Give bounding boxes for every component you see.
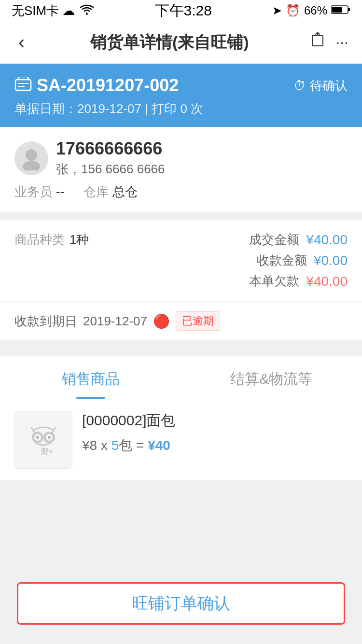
battery-icon bbox=[331, 4, 350, 17]
tabs-section: 销售商品 结算&物流等 bbox=[0, 356, 362, 399]
amount-value-2: ¥40.00 bbox=[306, 274, 348, 289]
tab-settlement[interactable]: 结算&物流等 bbox=[181, 356, 362, 399]
more-icon[interactable]: ··· bbox=[335, 33, 348, 51]
battery-level: 66% bbox=[304, 4, 327, 17]
product-unit: 包 bbox=[119, 438, 132, 453]
customer-meta: 业务员 -- 仓库 总仓 bbox=[14, 183, 348, 200]
status-left: 无SIM卡 ☁ bbox=[12, 2, 94, 19]
svg-rect-2 bbox=[332, 7, 342, 13]
summary-right: 成交金额 ¥40.00 收款金额 ¥0.00 本单欠款 ¥40.00 bbox=[249, 231, 348, 290]
product-row: 野+ [0000002]面包 ¥8 x 5包 = ¥40 bbox=[14, 411, 348, 469]
amount-value-0: ¥40.00 bbox=[306, 232, 348, 248]
confirm-order-button[interactable]: 旺铺订单确认 bbox=[17, 582, 345, 625]
product-info: [0000002]面包 ¥8 x 5包 = ¥40 bbox=[82, 411, 348, 455]
warehouse-value: 总仓 bbox=[112, 183, 138, 200]
tab-settlement-label: 结算&物流等 bbox=[230, 371, 312, 387]
customer-phone: 17666666666 bbox=[56, 139, 165, 159]
customer-section: 17666666666 张，156 6666 6666 业务员 -- 仓库 总仓 bbox=[0, 127, 362, 212]
warehouse-item: 仓库 总仓 bbox=[84, 183, 138, 200]
status-text: 待确认 bbox=[310, 77, 348, 94]
sales-value: -- bbox=[56, 184, 64, 199]
product-price: ¥8 x bbox=[82, 438, 111, 453]
svg-rect-3 bbox=[312, 35, 323, 46]
nav-bar: ‹ 销货单详情(来自旺铺) ··· bbox=[0, 21, 362, 64]
product-equals: = bbox=[132, 438, 148, 453]
warehouse-label: 仓库 bbox=[84, 183, 109, 200]
sales-item: 业务员 -- bbox=[14, 183, 64, 200]
tabs-row: 销售商品 结算&物流等 bbox=[0, 356, 362, 399]
customer-name: 张，156 6666 6666 bbox=[56, 161, 165, 178]
svg-rect-1 bbox=[348, 8, 350, 11]
amount-label-1: 收款金额 bbox=[257, 252, 307, 269]
nav-actions: ··· bbox=[309, 32, 348, 53]
summary-left: 商品种类 1种 bbox=[14, 231, 89, 248]
order-id: SA-20191207-002 bbox=[14, 75, 179, 96]
product-name: [0000002]面包 bbox=[82, 411, 348, 431]
product-image: 野+ bbox=[14, 411, 72, 469]
tab-products-label: 销售商品 bbox=[62, 371, 120, 387]
product-qty: 5 bbox=[111, 438, 119, 453]
location-icon: ➤ bbox=[272, 4, 282, 17]
svg-point-5 bbox=[26, 149, 37, 161]
share-icon[interactable] bbox=[309, 32, 326, 53]
due-label: 收款到期日 bbox=[14, 313, 77, 330]
customer-info: 17666666666 张，156 6666 6666 bbox=[56, 139, 165, 178]
tab-products[interactable]: 销售商品 bbox=[0, 356, 181, 399]
sales-label: 业务员 bbox=[14, 183, 52, 200]
amount-label-2: 本单欠款 bbox=[249, 273, 299, 290]
back-button[interactable]: ‹ bbox=[14, 27, 29, 58]
overdue-badge: 已逾期 bbox=[176, 311, 220, 331]
summary-row: 商品种类 1种 成交金额 ¥40.00 收款金额 ¥0.00 本单欠款 ¥40.… bbox=[14, 231, 348, 290]
order-id-row: SA-20191207-002 ⏱ 待确认 bbox=[14, 75, 348, 96]
divider-2 bbox=[0, 340, 362, 348]
category-label: 商品种类 bbox=[14, 231, 65, 248]
order-header: SA-20191207-002 ⏱ 待确认 单据日期：2019-12-07 | … bbox=[0, 64, 362, 127]
svg-point-11 bbox=[36, 436, 39, 439]
svg-point-6 bbox=[23, 161, 40, 170]
order-date: 单据日期：2019-12-07 | 打印 0 次 bbox=[14, 100, 348, 117]
confirm-btn-container: 旺铺订单确认 bbox=[0, 582, 362, 625]
sim-status: 无SIM卡 ☁ bbox=[12, 2, 75, 19]
category-value: 1种 bbox=[70, 231, 89, 248]
alarm-icon: ⏰ bbox=[286, 4, 300, 17]
avatar bbox=[14, 141, 48, 175]
wifi-icon bbox=[80, 3, 94, 18]
order-status: ⏱ 待确认 bbox=[293, 77, 348, 94]
svg-text:野+: 野+ bbox=[41, 448, 53, 456]
due-section: 收款到期日 2019-12-07 🔴 已逾期 bbox=[0, 301, 362, 340]
summary-item-2: 本单欠款 ¥40.00 bbox=[249, 273, 348, 290]
product-total: ¥40 bbox=[148, 438, 170, 453]
order-id-text: SA-20191207-002 bbox=[37, 75, 179, 96]
amount-label-0: 成交金额 bbox=[249, 231, 299, 248]
product-price-row: ¥8 x 5包 = ¥40 bbox=[82, 436, 348, 455]
order-icon bbox=[14, 75, 32, 96]
product-section: 野+ [0000002]面包 ¥8 x 5包 = ¥40 bbox=[0, 399, 362, 480]
summary-item-1: 收款金额 ¥0.00 bbox=[257, 252, 348, 269]
customer-row: 17666666666 张，156 6666 6666 bbox=[14, 139, 348, 178]
divider-1 bbox=[0, 212, 362, 220]
svg-point-12 bbox=[48, 436, 51, 439]
due-row: 收款到期日 2019-12-07 🔴 已逾期 bbox=[14, 311, 348, 331]
status-clock-icon: ⏱ bbox=[293, 78, 306, 93]
summary-section: 商品种类 1种 成交金额 ¥40.00 收款金额 ¥0.00 本单欠款 ¥40.… bbox=[0, 220, 362, 301]
overdue-icon: 🔴 bbox=[153, 313, 170, 329]
status-bar: 无SIM卡 ☁ 下午3:28 ➤ ⏰ 66% bbox=[0, 0, 362, 21]
summary-item-0: 成交金额 ¥40.00 bbox=[249, 231, 348, 248]
status-right: ➤ ⏰ 66% bbox=[272, 4, 350, 17]
status-time: 下午3:28 bbox=[155, 1, 212, 21]
page-title: 销货单详情(来自旺铺) bbox=[90, 31, 249, 54]
due-date: 2019-12-07 bbox=[83, 314, 147, 329]
amount-value-1: ¥0.00 bbox=[314, 253, 348, 268]
svg-rect-4 bbox=[15, 80, 31, 90]
